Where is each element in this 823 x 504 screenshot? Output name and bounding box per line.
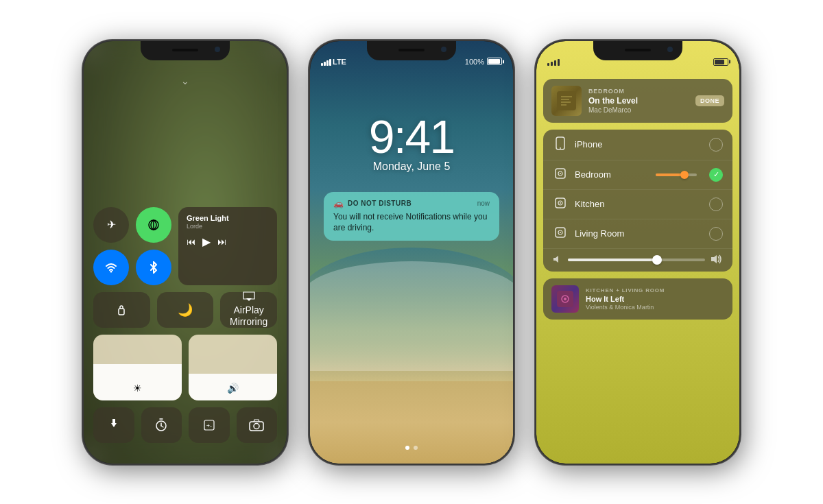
volume-slider-row	[543, 249, 732, 272]
battery-fill	[488, 59, 500, 64]
signal-left	[547, 59, 560, 66]
calculator-button[interactable]: +-	[189, 407, 230, 443]
camera-button[interactable]	[237, 407, 278, 443]
iphone-device-name: iPhone	[575, 139, 702, 149]
now-playing-room: BEDROOM	[588, 88, 689, 95]
svg-rect-8	[557, 91, 576, 110]
signal-bar-3	[326, 60, 329, 66]
cellular-button[interactable]	[136, 207, 171, 243]
power-button-3[interactable]	[739, 144, 741, 188]
volume-slider[interactable]: 🔊	[189, 335, 277, 400]
status-bar-3	[536, 41, 739, 71]
livingroom-check	[709, 227, 723, 241]
bluetooth-button[interactable]	[136, 250, 171, 285]
ocean-area	[310, 248, 513, 385]
dnd-title-row: 🚗 DO NOT DISTURB	[333, 199, 412, 208]
power-button[interactable]	[287, 144, 288, 188]
ap-iphone-item[interactable]: iPhone	[543, 130, 732, 160]
dot-2	[414, 446, 418, 450]
airplay-label: AirPlayMirroring	[230, 304, 267, 328]
bottom-thumbnail	[551, 285, 579, 313]
svg-point-10	[560, 147, 561, 149]
phone-airplay: BEDROOM On the Level Mac DeMarco DONE	[535, 40, 741, 465]
brightness-slider[interactable]: ☀	[93, 335, 182, 400]
svg-point-7	[254, 423, 259, 429]
livingroom-device-name: Living Room	[575, 228, 702, 239]
signal-indicator	[321, 59, 331, 66]
main-volume-fill	[568, 259, 657, 261]
prev-button[interactable]: ⏮	[187, 237, 195, 247]
battery-percent: 100%	[465, 58, 484, 66]
timer-button[interactable]	[141, 407, 182, 443]
airplay-panel: BEDROOM On the Level Mac DeMarco DONE	[543, 79, 732, 320]
speaker-grille	[172, 49, 198, 51]
volume-icon: 🔊	[227, 383, 239, 394]
now-playing-thumbnail	[551, 86, 582, 116]
dnd-notification: 🚗 DO NOT DISTURB now You will not receiv…	[324, 192, 499, 241]
now-playing-info: BEDROOM On the Level Mac DeMarco	[588, 88, 689, 114]
main-volume-thumb[interactable]	[652, 255, 662, 265]
iphone-check	[709, 138, 723, 152]
flashlight-button[interactable]	[93, 407, 134, 443]
svg-point-13	[560, 173, 561, 174]
bottom-room: KITCHEN + LIVING ROOM	[586, 287, 724, 293]
done-button[interactable]: DONE	[695, 95, 724, 106]
dot-1	[405, 446, 409, 450]
bedroom-slider[interactable]	[656, 173, 697, 176]
p3-bar2	[551, 62, 553, 66]
brightness-icon: ☀	[133, 383, 142, 394]
signal-bar-4	[329, 59, 331, 66]
bedroom-slider-thumb	[680, 171, 689, 179]
control-center-screen: ⌄ ✈	[84, 41, 287, 464]
svg-point-19	[560, 232, 561, 233]
power-button-2[interactable]	[513, 144, 514, 188]
now-playing-artist: Mac DeMarco	[588, 106, 689, 114]
signal-bar-2	[324, 62, 326, 66]
dnd-header: 🚗 DO NOT DISTURB now	[333, 199, 490, 208]
livingroom-speaker-icon	[553, 226, 568, 241]
play-button[interactable]: ▶	[202, 235, 211, 248]
status-bar-2: LTE 100%	[310, 41, 513, 71]
phone-lock-screen: LTE 100% 9:41 Monday, June 5 🚗 DO NOT DI…	[309, 40, 514, 465]
p3-bar3	[554, 60, 556, 66]
dnd-time: now	[477, 200, 490, 207]
svg-point-1	[110, 270, 112, 272]
bottom-playing-info: KITCHEN + LIVING ROOM How It Left Violen…	[586, 287, 724, 311]
airplay-icon	[243, 291, 255, 303]
kitchen-device-name: Kitchen	[575, 199, 702, 209]
do-not-disturb-button[interactable]: 🌙	[157, 292, 214, 328]
kitchen-speaker-icon	[553, 197, 568, 212]
ap-bedroom-item[interactable]: Bedroom ✓	[543, 160, 732, 190]
iphone-device-icon	[553, 136, 568, 153]
svg-text:+-: +-	[206, 422, 212, 429]
kitchen-check	[709, 197, 723, 211]
airplane-mode-button[interactable]: ✈	[93, 207, 129, 243]
dnd-car-icon: 🚗	[333, 199, 344, 208]
svg-rect-2	[119, 309, 124, 315]
ap-kitchen-item[interactable]: Kitchen	[543, 190, 732, 219]
next-button[interactable]: ⏭	[217, 237, 226, 247]
music-card: Green Light Lorde ⏮ ▶ ⏭	[178, 207, 277, 285]
phone-control-center: ⌄ ✈	[82, 40, 288, 465]
airplay-screen: BEDROOM On the Level Mac DeMarco DONE	[536, 41, 739, 464]
battery-fill-3	[715, 60, 724, 64]
cc-widgets: ✈	[93, 207, 277, 443]
carrier-label: LTE	[333, 58, 346, 66]
vol-high-icon	[711, 254, 723, 266]
lock-rotation-button[interactable]	[93, 292, 150, 328]
dnd-message: You will not receive Notifications while…	[333, 211, 490, 235]
bottom-title: How It Left	[586, 295, 724, 303]
wifi-button[interactable]	[93, 250, 129, 285]
signal-bar-1	[321, 63, 323, 66]
bedroom-device-name: Bedroom	[575, 169, 649, 180]
battery-3	[713, 58, 728, 66]
main-volume-track[interactable]	[568, 259, 705, 261]
cc-top-row: ✈	[93, 207, 277, 285]
status-right-2: 100%	[465, 58, 502, 66]
p3-bar1	[547, 63, 549, 66]
pull-indicator: ⌄	[181, 75, 189, 86]
cc-top-icons: ✈	[93, 207, 171, 243]
ap-livingroom-item[interactable]: Living Room	[543, 219, 732, 249]
airplay-button[interactable]: AirPlayMirroring	[220, 292, 277, 328]
status-right-3	[713, 58, 728, 66]
